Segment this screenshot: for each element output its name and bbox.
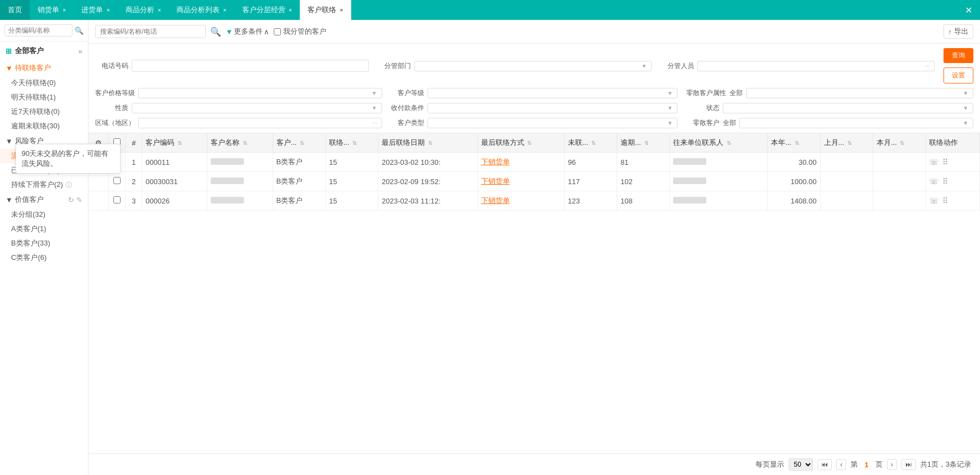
tab-purchase-order[interactable]: 进货单 × [74,0,117,20]
th-type[interactable]: 客户... ⇅ [273,133,325,153]
action-phone-icon-2[interactable]: ☏ [929,177,939,186]
more-conditions-button[interactable]: ▼ 更多条件 ∧ [226,27,269,36]
grid-icon: ⊞ [6,47,12,55]
value-refresh-icon[interactable]: ↻ [68,196,74,204]
th-uncontacted-sort-icon: ⇅ [591,140,596,146]
sidebar-item-declining[interactable]: 持续下滑客户(2) ⓘ [0,178,88,192]
sidebar-item-a-class[interactable]: A类客户(1) [0,222,88,236]
next-page-button[interactable]: › [887,459,897,470]
th-this-year[interactable]: 本年... ⇅ [768,133,820,153]
tab-product-list-close-icon[interactable]: × [223,7,226,13]
tab-sales-order[interactable]: 销货单 × [30,0,74,20]
filter-payment-label: 收付款条件 [391,103,424,113]
td-last-method-link-2[interactable]: 下销货单 [481,177,510,185]
sidebar-search-icon[interactable]: 🔍 [75,27,84,35]
tab-customer-tier-close-icon[interactable]: × [289,7,292,13]
action-phone-icon-1[interactable]: ☏ [929,158,939,166]
td-checkbox-3[interactable] [109,191,126,211]
filter-region-select[interactable]: ··· [138,118,382,128]
tab-product-list-label: 商品分析列表 [176,5,220,15]
sidebar-group-value[interactable]: ▼ 价值客户 ↻ ✎ [0,192,88,207]
sidebar-item-today[interactable]: 今天待联络(0) [0,76,88,90]
per-page-select[interactable]: 50 [789,458,813,471]
value-edit-icon[interactable]: ✎ [76,196,82,204]
filter-price-level-select[interactable]: ▼ [138,88,382,98]
th-unit-contact[interactable]: 往来单位联系人 ⇅ [670,133,768,153]
row-2-checkbox[interactable] [113,177,121,184]
first-page-button[interactable]: ⏮ [817,459,832,470]
sidebar-item-ungroup[interactable]: 未分组(32) [0,207,88,222]
last-page-button[interactable]: ⏭ [901,459,916,470]
filter-row-1: 电话号码 分管部门 ▼ 分管人员 ··· [95,48,973,83]
th-last-contact-method[interactable]: 最后联络方式 ⇅ [477,133,564,153]
th-overdue-sort-icon: ⇅ [644,140,649,146]
action-phone-icon-3[interactable]: ☏ [929,196,939,205]
filter-customer-type-select[interactable]: ▼ [428,118,678,128]
filter-payment-select[interactable]: ▼ [428,103,678,113]
th-last-contact-date-label: 最后联络日期 [382,138,425,147]
filter-zero-customer-select[interactable]: ▼ [739,118,973,128]
sidebar-item-overdue[interactable]: 逾期未联络(30) [0,119,88,133]
filter-staff-select[interactable]: ··· [697,61,935,71]
th-contact[interactable]: 联络... ⇅ [325,133,378,153]
my-customers-checkbox-label[interactable]: 我分管的客户 [274,27,326,36]
tab-product-list[interactable]: 商品分析列表 × [169,0,234,20]
action-more-icon-3[interactable]: ⠿ [942,196,948,205]
td-last-method-link-1[interactable]: 下销货单 [481,158,510,166]
tab-home[interactable]: 首页 [0,0,30,20]
tab-product-analysis[interactable]: 商品分析 × [118,0,169,20]
th-name[interactable]: 客户名称 ⇅ [207,133,273,153]
filter-status-field: 状态 ▼ [686,103,973,113]
filter-search-button[interactable]: 🔍 [210,27,221,37]
tab-product-analysis-label: 商品分析 [126,5,154,15]
sidebar-group-pending-label: 待联络客户 [15,63,51,73]
filter-status-select[interactable]: ▼ [723,103,973,113]
tab-customer-tier[interactable]: 客户分层经营 × [234,0,300,20]
sidebar-group-pending[interactable]: ▼ 待联络客户 [0,60,88,76]
sidebar-item-b-class[interactable]: B类客户(33) [0,236,88,250]
action-more-icon-2[interactable]: ⠿ [942,177,948,186]
th-overdue[interactable]: 逾期... ⇅ [617,133,670,153]
settings-button[interactable]: 设置 [943,67,973,83]
td-last-method-1[interactable]: 下销货单 [477,153,564,172]
sidebar-search-input[interactable] [4,24,72,36]
row-3-checkbox[interactable] [113,196,121,203]
my-customers-checkbox[interactable] [274,28,281,35]
filter-department-select[interactable]: ▼ [414,61,651,71]
th-last-contact-date[interactable]: 最后联络日期 ⇅ [378,133,477,153]
th-last-month[interactable]: 上月... ⇅ [820,133,873,153]
tab-purchase-close-icon[interactable]: × [106,7,110,13]
sidebar-all-customers[interactable]: ⊞ 全部客户 « [0,41,88,60]
sidebar-item-tomorrow[interactable]: 明天待联络(1) [0,90,88,105]
sidebar-item-7days[interactable]: 近7天待联络(0) [0,105,88,119]
filter-search-input[interactable] [95,25,206,38]
th-code[interactable]: 客户编码 ⇅ [142,133,207,153]
filter-zero-attr-select[interactable]: ▼ [746,88,973,98]
filter-phone-input[interactable] [132,60,369,72]
tab-product-analysis-close-icon[interactable]: × [158,7,161,13]
td-last-method-2[interactable]: 下销货单 [477,172,564,191]
tab-customer-contact-close-icon[interactable]: × [340,7,343,13]
tab-customer-contact[interactable]: 客户联络 × [300,0,351,20]
filter-zero-attr-field: 零散客户属性 全部 ▼ [686,88,973,98]
window-close-button[interactable]: ✕ [957,5,980,15]
td-last-method-3[interactable]: 下销货单 [477,191,564,211]
th-this-month[interactable]: 本月... ⇅ [873,133,925,153]
tooltip-box: 90天未交易的客户，可能有流失风险。 [15,144,88,174]
action-more-icon-1[interactable]: ⠿ [942,158,948,166]
td-last-method-link-3[interactable]: 下销货单 [481,196,510,205]
export-button[interactable]: ↑ 导出 [943,24,974,39]
prev-page-button[interactable]: ‹ [836,459,846,470]
sidebar-item-c-class[interactable]: C类客户(6) [0,250,88,265]
filter-row-3: 性质 ▼ 收付款条件 ▼ 状态 [95,103,973,113]
td-checkbox-2[interactable] [109,172,126,191]
td-this-month-3 [873,191,925,211]
sidebar-search-area: 🔍 [0,20,88,41]
query-button[interactable]: 查询 [943,48,973,63]
filter-customer-level-select[interactable]: ▼ [428,88,678,98]
tab-sales-close-icon[interactable]: × [62,7,66,13]
filter-gender-select[interactable]: ▼ [132,103,382,113]
th-this-year-sort-icon: ⇅ [795,140,799,146]
sidebar-collapse-icon[interactable]: « [79,47,82,55]
th-uncontacted[interactable]: 未联... ⇅ [564,133,617,153]
